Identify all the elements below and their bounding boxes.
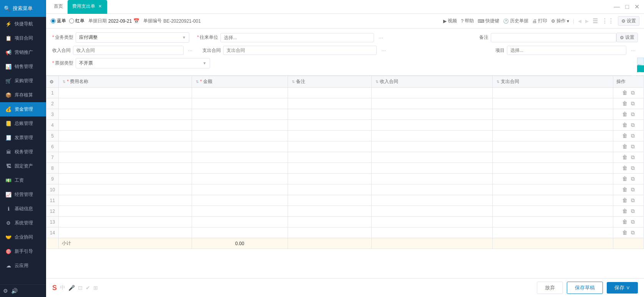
delete-icon[interactable]: 🗑 [622,219,627,225]
amount-cell[interactable] [192,109,288,120]
video-btn[interactable]: ▶ 视频 [443,18,457,24]
copy-icon[interactable]: ⧉ [631,165,635,171]
partner-more-icon[interactable]: ··· [376,35,386,41]
expense-contract-cell[interactable] [492,109,613,120]
income-contract-input[interactable] [73,46,184,55]
expense-contract-input[interactable] [223,46,377,55]
table-col-expense-contract[interactable]: ⇅ 支出合同 [492,76,613,88]
expense-contract-cell[interactable] [492,184,613,195]
expense-name-cell[interactable] [59,109,192,120]
expense-contract-cell[interactable] [492,227,613,238]
remark-cell[interactable] [288,141,371,152]
attach-tab[interactable]: 附 [637,58,644,65]
blue-bill-input[interactable] [51,18,56,23]
expense-contract-cell[interactable] [492,195,613,206]
income-contract-cell[interactable] [372,152,492,163]
amount-cell[interactable] [192,98,288,109]
copy-icon[interactable]: ⧉ [631,133,635,139]
sidebar-item-capital[interactable]: 💰 资金管理 [0,102,46,116]
remark-cell[interactable] [288,109,371,120]
amount-cell[interactable] [192,131,288,141]
sidebar-item-quick-nav[interactable]: ⚡ 快捷导航 [0,17,46,31]
expense-name-cell[interactable] [59,141,192,152]
remark-cell[interactable] [288,195,371,206]
shortcut-btn[interactable]: ⌨ 快捷键 [478,18,499,24]
amount-cell[interactable] [192,163,288,174]
remark-cell[interactable] [288,163,371,174]
copy-icon[interactable]: ⧉ [631,100,635,106]
save-button[interactable]: 保存 ∨ [607,282,638,294]
expense-contract-cell[interactable] [492,120,613,131]
sidebar-item-sys[interactable]: ⚙ 系统管理 [0,216,46,230]
expense-name-cell[interactable] [59,206,192,217]
delete-icon[interactable]: 🗑 [622,176,627,182]
income-contract-cell[interactable] [372,98,492,109]
project-more-icon[interactable]: ··· [629,47,638,53]
amount-cell[interactable] [192,174,288,184]
delete-icon[interactable]: 🗑 [622,229,627,236]
settings-btn[interactable]: ⚙ [3,288,8,294]
remark-cell[interactable] [288,88,371,98]
expense-name-cell[interactable] [59,98,192,109]
sidebar-item-invoice[interactable]: 🧾 发票管理 [0,131,46,145]
delete-icon[interactable]: 🗑 [622,90,627,96]
settings-button[interactable]: ⚙ 设置 [618,16,639,26]
copy-icon[interactable]: ⧉ [631,154,635,160]
copy-icon[interactable]: ⧉ [631,143,635,149]
copy-icon[interactable]: ⧉ [631,219,635,225]
blue-bill-radio[interactable]: 蓝单 [51,18,66,24]
sidebar-item-ledger[interactable]: 📒 总账管理 [0,116,46,131]
expense-name-cell[interactable] [59,88,192,98]
sidebar-item-ops[interactable]: 📈 经营管理 [0,187,46,202]
invoice-type-select[interactable]: 不开票 ▼ [76,58,210,68]
expense-name-cell[interactable] [59,227,192,238]
table-col-gear[interactable]: ⚙ [46,76,59,88]
expense-contract-more-icon[interactable]: ··· [379,47,388,53]
history-btn[interactable]: 🕐 历史单据 [503,18,528,24]
table-col-income-contract[interactable]: ⇅ 收入合同 [372,76,492,88]
biz-type-select[interactable]: 应付调整 ▼ [76,32,190,43]
volume-btn[interactable]: 🔊 [11,288,18,294]
window-close-button[interactable]: ✕ [633,2,641,11]
income-contract-cell[interactable] [372,120,492,131]
income-contract-cell[interactable] [372,109,492,120]
window-minimize-button[interactable]: — [612,3,621,11]
copy-icon[interactable]: ⧉ [631,90,635,96]
amount-cell[interactable] [192,120,288,131]
income-contract-cell[interactable] [372,184,492,195]
expense-contract-cell[interactable] [492,98,613,109]
sidebar-item-new-guide[interactable]: 🎯 新手引导 [0,244,46,259]
delete-icon[interactable]: 🗑 [622,100,627,106]
remark-cell[interactable] [288,217,371,227]
expense-contract-cell[interactable] [492,217,613,227]
delete-icon[interactable]: 🗑 [622,186,627,192]
income-contract-more-icon[interactable]: ··· [186,47,195,53]
income-contract-cell[interactable] [372,217,492,227]
amount-cell[interactable] [192,206,288,217]
expense-contract-cell[interactable] [492,141,613,152]
expense-name-cell[interactable] [59,174,192,184]
table-col-expense-name[interactable]: ⇅ * 费用名称 [59,76,192,88]
copy-icon[interactable]: ⧉ [631,176,635,182]
copy-icon[interactable]: ⧉ [631,186,635,192]
delete-icon[interactable]: 🗑 [622,133,627,139]
copy-icon[interactable]: ⧉ [631,229,635,236]
expense-contract-cell[interactable] [492,88,613,98]
income-contract-cell[interactable] [372,131,492,141]
expense-contract-cell[interactable] [492,152,613,163]
delete-icon[interactable]: 🗑 [622,208,627,214]
draft-button[interactable]: 保存草稿 [567,282,603,294]
sidebar-item-tax[interactable]: 🏛 税务管理 [0,145,46,159]
expense-name-cell[interactable] [59,195,192,206]
tab-expense[interactable]: 费用支出单 ✕ [68,0,107,14]
income-contract-cell[interactable] [372,163,492,174]
sidebar-item-basic-info[interactable]: ℹ 基础信息 [0,202,46,216]
amount-cell[interactable] [192,227,288,238]
remark-cell[interactable] [288,227,371,238]
table-col-remark[interactable]: ⇅ 备注 [288,76,371,88]
calendar-icon[interactable]: 📅 [133,18,139,24]
expense-contract-cell[interactable] [492,163,613,174]
sidebar-item-sales[interactable]: 📊 销售管理 [0,60,46,74]
remark-cell[interactable] [288,98,371,109]
sidebar-item-inventory[interactable]: 📦 库存核算 [0,88,46,102]
